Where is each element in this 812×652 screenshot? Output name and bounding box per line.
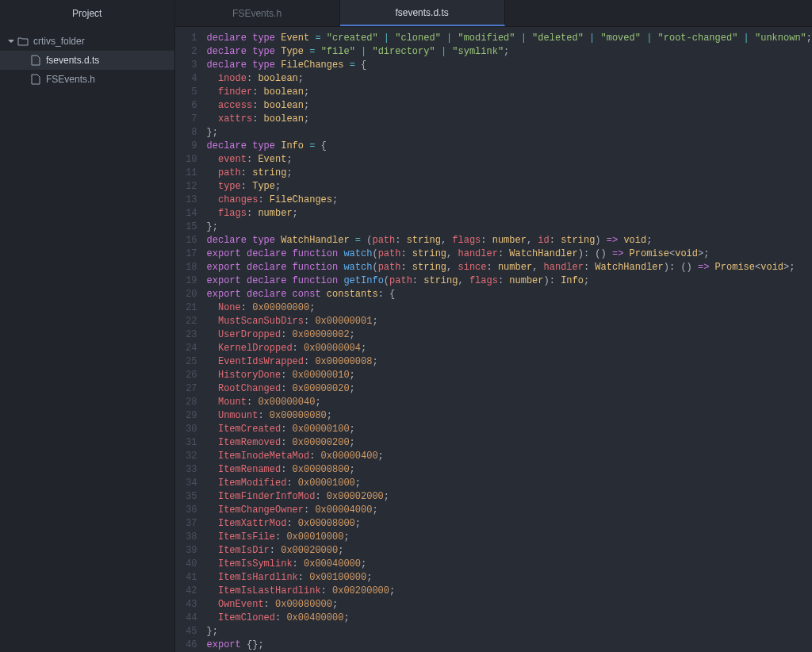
editor-pane: FSEvents.hfsevents.d.ts 1234567891011121… [175,0,812,652]
line-number: 20 [175,288,197,301]
code-line[interactable]: finder: boolean; [207,86,812,99]
code-line[interactable]: declare type FileChanges = { [207,59,812,72]
file-icon [30,74,41,85]
code-line[interactable]: EventIdsWrapped: 0x00000008; [207,355,812,369]
line-number: 8 [175,126,197,140]
code-line[interactable]: HistoryDone: 0x00000010; [207,369,812,382]
code-line[interactable]: export {}; [207,639,812,652]
code-line[interactable]: export declare const constants: { [207,288,812,301]
tree-file-label: FSEvents.h [46,74,95,85]
line-number: 24 [175,342,197,355]
line-number: 5 [175,86,197,99]
line-number: 35 [175,490,197,504]
code-line[interactable]: path: string; [207,167,812,180]
chevron-down-icon [6,36,16,46]
code-line[interactable]: declare type WatchHandler = (path: strin… [207,234,812,247]
folder-icon [17,36,29,47]
code-area[interactable]: declare type Event = "created" | "cloned… [207,27,812,652]
line-number: 31 [175,436,197,450]
line-number: 16 [175,234,197,247]
line-number: 34 [175,477,197,490]
code-line[interactable]: }; [207,221,812,234]
tree-folder-label: crtivs_folder [33,36,85,47]
code-line[interactable]: ItemModified: 0x00001000; [207,477,812,490]
line-number: 2 [175,45,197,59]
code-line[interactable]: event: Event; [207,153,812,167]
line-number: 27 [175,382,197,396]
line-number: 36 [175,504,197,517]
gutter: 1234567891011121314151617181920212223242… [175,27,207,652]
code-line[interactable]: OwnEvent: 0x00080000; [207,598,812,612]
code-line[interactable]: RootChanged: 0x00000020; [207,382,812,396]
line-number: 18 [175,261,197,274]
line-number: 39 [175,544,197,558]
line-number: 6 [175,99,197,113]
line-number: 1 [175,32,197,45]
code-line[interactable]: type: Type; [207,180,812,194]
line-number: 38 [175,531,197,544]
line-number: 3 [175,59,197,72]
code-line[interactable]: }; [207,126,812,140]
editor[interactable]: 1234567891011121314151617181920212223242… [175,27,812,652]
line-number: 33 [175,463,197,477]
code-line[interactable]: ItemXattrMod: 0x00008000; [207,517,812,531]
sidebar: Project crtivs_folder fsevents.d.tsFSEve… [0,0,175,652]
code-line[interactable]: None: 0x00000000; [207,301,812,315]
line-number: 32 [175,450,197,463]
spacer [19,56,29,65]
code-line[interactable]: ItemRenamed: 0x00000800; [207,463,812,477]
code-line[interactable]: Mount: 0x00000040; [207,396,812,409]
code-line[interactable]: ItemChangeOwner: 0x00004000; [207,504,812,517]
code-line[interactable]: access: boolean; [207,99,812,113]
tab[interactable]: fsevents.d.ts [340,0,505,26]
tab[interactable]: FSEvents.h [175,0,340,26]
code-line[interactable]: declare type Event = "created" | "cloned… [207,32,812,45]
code-line[interactable]: ItemInodeMetaMod: 0x00000400; [207,450,812,463]
code-line[interactable]: ItemCreated: 0x00000100; [207,423,812,436]
line-number: 7 [175,113,197,126]
code-line[interactable]: ItemRemoved: 0x00000200; [207,436,812,450]
code-line[interactable]: KernelDropped: 0x00000004; [207,342,812,355]
code-line[interactable]: ItemIsLastHardlink: 0x00200000; [207,585,812,598]
code-line[interactable]: changes: FileChanges; [207,194,812,207]
tab-bar: FSEvents.hfsevents.d.ts [175,0,812,27]
line-number: 25 [175,355,197,369]
line-number: 17 [175,247,197,261]
code-line[interactable]: ItemIsFile: 0x00010000; [207,531,812,544]
code-line[interactable]: Unmount: 0x00000080; [207,409,812,423]
tree-file[interactable]: fsevents.d.ts [0,51,174,70]
line-number: 21 [175,301,197,315]
code-line[interactable]: UserDropped: 0x00000002; [207,328,812,342]
line-number: 23 [175,328,197,342]
line-number: 10 [175,153,197,167]
code-line[interactable]: export declare function getInfo(path: st… [207,274,812,288]
tree-folder[interactable]: crtivs_folder [0,32,174,51]
line-number: 43 [175,598,197,612]
code-line[interactable]: declare type Info = { [207,140,812,153]
line-number: 26 [175,369,197,382]
line-number: 9 [175,140,197,153]
line-number: 22 [175,315,197,328]
tree-file[interactable]: FSEvents.h [0,70,174,89]
line-number: 37 [175,517,197,531]
code-line[interactable]: ItemFinderInfoMod: 0x00002000; [207,490,812,504]
code-line[interactable]: MustScanSubDirs: 0x00000001; [207,315,812,328]
code-line[interactable]: export declare function watch(path: stri… [207,247,812,261]
code-line[interactable]: }; [207,625,812,639]
line-number: 19 [175,274,197,288]
line-number: 29 [175,409,197,423]
line-number: 13 [175,194,197,207]
code-line[interactable]: export declare function watch(path: stri… [207,261,812,274]
line-number: 41 [175,571,197,585]
line-number: 40 [175,558,197,571]
code-line[interactable]: inode: boolean; [207,72,812,86]
line-number: 44 [175,612,197,625]
code-line[interactable]: declare type Type = "file" | "directory"… [207,45,812,59]
line-number: 46 [175,639,197,652]
code-line[interactable]: ItemIsDir: 0x00020000; [207,544,812,558]
code-line[interactable]: ItemIsSymlink: 0x00040000; [207,558,812,571]
code-line[interactable]: xattrs: boolean; [207,113,812,126]
code-line[interactable]: ItemIsHardlink: 0x00100000; [207,571,812,585]
code-line[interactable]: flags: number; [207,207,812,221]
code-line[interactable]: ItemCloned: 0x00400000; [207,612,812,625]
